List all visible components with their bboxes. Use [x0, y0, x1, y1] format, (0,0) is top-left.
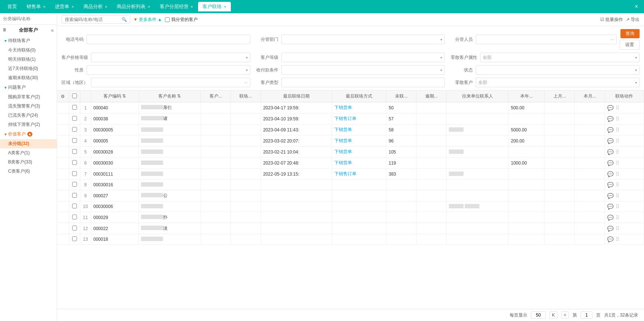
reset-button[interactable]: 设置 [620, 40, 640, 50]
contact-icon[interactable]: 💬 [607, 236, 613, 242]
contact-icon[interactable]: 💬 [607, 193, 613, 199]
contact-icon[interactable]: 💬 [607, 182, 613, 188]
row-checkbox[interactable] [72, 215, 77, 219]
last-way-link[interactable]: 下销售订单 [334, 116, 356, 121]
row-checkbox[interactable] [72, 193, 77, 198]
manager-input[interactable] [478, 37, 610, 42]
filter-scattered-select[interactable]: 全部 ▾ [476, 78, 640, 87]
tab-product-analysis[interactable]: 商品分析 × [79, 2, 112, 11]
filter-nature-select[interactable]: ▾ [87, 65, 250, 75]
row-checkbox[interactable] [72, 149, 77, 154]
overdue-pending[interactable]: 逾期未联络(30) [0, 73, 57, 82]
row-checkbox[interactable] [72, 171, 77, 176]
filter-scattered-attr-select[interactable]: 全部 ▾ [480, 53, 640, 62]
contact-icon[interactable]: 💬 [607, 138, 613, 144]
query-button[interactable]: 查询 [620, 29, 640, 38]
batch-op-btn[interactable]: ☑ 批量操作 [600, 17, 623, 23]
contact-icon[interactable]: 💬 [607, 204, 613, 209]
more-action-icon[interactable]: ⠿ [616, 215, 619, 221]
more-action-icon[interactable]: ⠿ [616, 171, 619, 177]
filter-dept-select[interactable]: ▾ [281, 35, 445, 44]
more-action-icon[interactable]: ⠿ [616, 226, 619, 232]
row-checkbox[interactable] [72, 127, 77, 132]
tab-purchase[interactable]: 进货单 × [50, 2, 78, 11]
filter-manager-input[interactable]: ··· [476, 35, 617, 44]
more-action-icon[interactable]: ⠿ [616, 138, 619, 144]
contact-icon[interactable]: 💬 [607, 160, 613, 166]
tab-product-list[interactable]: 商品分析列表 × [112, 2, 154, 11]
more-action-icon[interactable]: ⠿ [616, 149, 619, 155]
filter-region-input[interactable]: ··· [91, 78, 250, 87]
last-way-link[interactable]: 下销货单 [334, 149, 352, 154]
more-action-icon[interactable]: ⠿ [616, 204, 619, 209]
sidebar-collapse-btn[interactable]: « [51, 27, 54, 33]
row-checkbox[interactable] [72, 236, 77, 241]
close-product-tab[interactable]: × [105, 4, 107, 9]
more-action-icon[interactable]: ⠿ [616, 236, 619, 242]
more-action-icon[interactable]: ⠿ [616, 127, 619, 133]
week-pending[interactable]: 近7天待联络(0) [0, 64, 57, 73]
current-page-input[interactable] [581, 311, 592, 319]
close-customer-tier-tab[interactable]: × [191, 4, 193, 9]
problem-customers-group[interactable]: ▾ 问题客户 [0, 82, 57, 92]
my-customers-checkbox-wrap[interactable]: 我分管的客户 [165, 17, 198, 23]
more-action-icon[interactable]: ⠿ [616, 105, 619, 111]
filter-customer-type-input[interactable] [281, 78, 445, 87]
last-way-link[interactable]: 下销货单 [334, 138, 352, 143]
region-dots[interactable]: ··· [244, 80, 248, 85]
row-checkbox[interactable] [72, 182, 77, 187]
row-checkbox[interactable] [72, 116, 77, 121]
customer-type-input[interactable] [284, 80, 443, 85]
row-checkbox[interactable] [72, 160, 77, 165]
tab-customer-tier[interactable]: 客户分层经营 × [155, 2, 197, 11]
last-way-link[interactable]: 下销货单 [334, 127, 352, 132]
my-customers-checkbox[interactable] [165, 17, 170, 22]
filter-payment-select[interactable]: ▾ [281, 65, 445, 75]
filter-phone-input[interactable] [87, 35, 250, 44]
tab-sales[interactable]: 销售单 × [22, 2, 50, 11]
more-action-icon[interactable]: ⠿ [616, 182, 619, 188]
th-name[interactable]: 客户名称 ⇅ [138, 91, 201, 102]
already-churned[interactable]: 已流失客户(24) [0, 111, 57, 120]
row-checkbox[interactable] [72, 204, 77, 208]
a-class-customers[interactable]: A类客户(1) [0, 148, 57, 158]
contact-icon[interactable]: 💬 [607, 171, 613, 177]
first-page-btn[interactable]: K [549, 311, 557, 319]
pending-contact-group[interactable]: ▾ 待联络客户 [0, 36, 57, 46]
contact-icon[interactable]: 💬 [607, 215, 613, 221]
continuous-decline[interactable]: 持续下滑客户(2) [0, 120, 57, 129]
close-sales-tab[interactable]: × [43, 4, 45, 9]
c-class-customers[interactable]: C类客户(6) [0, 167, 57, 176]
more-action-icon[interactable]: ⠿ [616, 160, 619, 166]
home-tab[interactable]: 首页 [3, 2, 21, 11]
last-way-link[interactable]: 下销货单 [334, 105, 352, 110]
value-customers-group[interactable]: ▾ 价值客户 ● [0, 129, 57, 139]
row-checkbox[interactable] [72, 138, 77, 143]
select-all-checkbox[interactable] [72, 94, 77, 98]
th-settings[interactable]: ⚙ [57, 91, 69, 102]
contact-icon[interactable]: 💬 [607, 149, 613, 155]
tomorrow-pending[interactable]: 明天待联络(1) [0, 55, 57, 64]
contact-icon[interactable]: 💬 [607, 116, 613, 122]
all-customers-header[interactable]: ⠿ 全部客户 « [0, 25, 57, 36]
filter-status-select[interactable]: ▾ [476, 65, 640, 75]
more-conditions-btn[interactable]: ▼ 更多条件 ▲ [133, 17, 162, 23]
last-way-link[interactable]: 下销售订单 [334, 171, 356, 176]
main-search-input[interactable] [65, 17, 120, 22]
contact-icon[interactable]: 💬 [607, 105, 613, 111]
phone-input[interactable] [89, 37, 248, 42]
export-btn[interactable]: ↗ 导出 [626, 17, 640, 23]
filter-customer-level-select[interactable]: ▾ [281, 53, 445, 62]
more-action-icon[interactable]: ⠿ [616, 116, 619, 122]
row-checkbox[interactable] [72, 226, 77, 230]
b-class-customers[interactable]: B类客户(33) [0, 158, 57, 167]
window-close-button[interactable]: × [632, 2, 641, 11]
sidebar-search-input[interactable] [3, 16, 57, 21]
tab-customer-contact[interactable]: 客户联络 × [198, 2, 230, 11]
more-action-icon[interactable]: ⠿ [616, 193, 619, 199]
close-purchase-tab[interactable]: × [71, 4, 74, 9]
per-page-input[interactable] [531, 311, 546, 319]
close-product-list-tab[interactable]: × [148, 4, 150, 9]
search-btn-icon[interactable]: 🔍 [122, 17, 127, 22]
hoarding-abnormal[interactable]: 囤购异常客户(2) [0, 92, 57, 102]
